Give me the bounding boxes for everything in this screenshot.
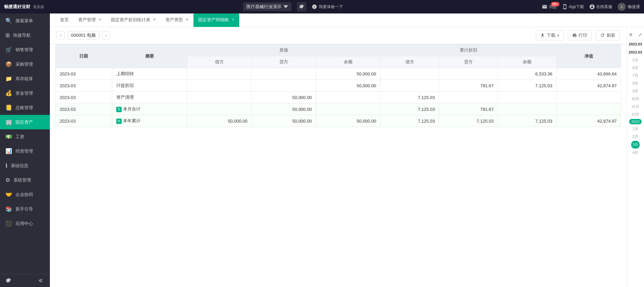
sidebar-item-system[interactable]: ⚙系统管理 bbox=[0, 173, 50, 187]
timeline-month-7月[interactable]: 7月 bbox=[630, 72, 641, 79]
cell-dep-balance-4: 7,125.03 bbox=[498, 115, 556, 127]
settings-icon[interactable] bbox=[5, 278, 11, 284]
online-service-action[interactable]: 在线客服 bbox=[589, 4, 612, 10]
cell-dep-credit-2 bbox=[439, 92, 498, 103]
tab-label-assettype: 资产类型 bbox=[165, 17, 183, 23]
tab-home[interactable]: 首页 bbox=[55, 13, 73, 27]
cell-dep-balance-3 bbox=[498, 103, 556, 115]
tab-close-detail[interactable]: ✕ bbox=[232, 18, 235, 22]
panel-expand-btn[interactable]: ⤢ bbox=[637, 31, 644, 38]
header-settings-btn[interactable] bbox=[297, 2, 306, 11]
cell-orig-debit-3 bbox=[187, 103, 252, 115]
tab-close-depreciation[interactable]: ✕ bbox=[153, 18, 156, 22]
collapse-icon[interactable] bbox=[38, 278, 44, 284]
refresh-btn[interactable]: 刷新 bbox=[596, 30, 620, 40]
experience-btn[interactable]: 我要体验一下 bbox=[312, 4, 343, 10]
tab-close-assets[interactable]: ✕ bbox=[98, 18, 101, 22]
print-btn[interactable]: 打印 bbox=[568, 30, 592, 40]
sidebar-item-operations[interactable]: 📊经营管理 bbox=[0, 144, 50, 158]
username: 畅捷通 bbox=[628, 4, 640, 10]
cell-net-value-3 bbox=[556, 103, 621, 115]
inventory-icon: 📁 bbox=[5, 75, 12, 82]
tab-depreciation[interactable]: 固定资产折旧统计表✕ bbox=[106, 13, 161, 27]
sidebar-item-salary[interactable]: 💵工资 bbox=[0, 129, 50, 144]
col-dep-balance: 余额 bbox=[498, 56, 556, 68]
finance-icon: 💰 bbox=[5, 90, 12, 96]
sidebar-item-ledger[interactable]: 📒总账管理 bbox=[0, 100, 50, 115]
purchase-icon: 📦 bbox=[5, 61, 12, 67]
cell-orig-credit-4: 50,000.00 bbox=[252, 115, 316, 127]
sidebar-item-fixedassets[interactable]: 🏢固定资产 bbox=[0, 115, 50, 129]
sales-icon: 🛒 bbox=[5, 46, 12, 53]
panel-top-ctrl: ✕ ⤢ bbox=[626, 30, 644, 40]
next-asset-btn[interactable]: › bbox=[102, 31, 110, 39]
asset-code: 000001 电脑 bbox=[67, 31, 99, 40]
table-row-4: 2023-03 年本年累计 50,000.00 50,000.00 50,000… bbox=[56, 115, 621, 127]
col-orig-credit: 贷方 bbox=[252, 56, 316, 68]
header-right: 消息 99+ App下载 在线客服 人 畅捷通 bbox=[542, 3, 640, 11]
cell-orig-debit-0 bbox=[187, 68, 252, 80]
collab-icon: 🤝 bbox=[5, 191, 12, 198]
sidebar-label-system: 系统管理 bbox=[13, 177, 31, 183]
col-dep-credit: 贷方 bbox=[439, 56, 498, 68]
cell-date-3: 2023-03 bbox=[56, 103, 112, 115]
timeline-month-3月[interactable]: 3月 bbox=[631, 141, 640, 149]
ledger-icon: 📒 bbox=[5, 104, 12, 111]
sidebar-item-search[interactable]: 🔍搜索菜单 bbox=[0, 13, 50, 28]
sidebar-item-basicinfo[interactable]: ℹ基础信息 bbox=[0, 158, 50, 173]
logo-text: 畅捷通好业财 bbox=[4, 4, 30, 10]
message-action[interactable]: 消息 99+ bbox=[542, 4, 557, 10]
cell-orig-balance-3 bbox=[316, 103, 380, 115]
tab-assets[interactable]: 资产管理✕ bbox=[73, 13, 106, 27]
sidebar-item-finance[interactable]: 💰资金管理 bbox=[0, 86, 50, 100]
timeline-month-6月[interactable]: 6月 bbox=[630, 64, 641, 72]
cell-dep-debit-2: 7,125.03 bbox=[380, 92, 439, 103]
download-btn[interactable]: 下载 ▾ bbox=[536, 30, 564, 40]
timeline-month-8月[interactable]: 8月 bbox=[630, 79, 641, 87]
cell-summary-1: 计提折旧 bbox=[112, 80, 187, 92]
company-selector[interactable]: 医疗器械行业演示 bbox=[243, 2, 292, 11]
toolbar-left: ‹ 000001 电脑 › bbox=[57, 31, 110, 40]
sidebar-item-quicknav[interactable]: ⊞快捷导航 bbox=[0, 28, 50, 42]
sidebar-item-appcenter[interactable]: ⬛应用中心 bbox=[0, 216, 50, 231]
col-date-header: 日期 bbox=[56, 44, 112, 68]
tab-close-assettype[interactable]: ✕ bbox=[186, 18, 189, 22]
col-orig-debit: 借方 bbox=[187, 56, 252, 68]
app-download-action[interactable]: App下载 bbox=[562, 4, 584, 10]
panel-close-btn[interactable]: ✕ bbox=[627, 31, 635, 38]
timeline-month-4月[interactable]: 4月 bbox=[630, 149, 641, 157]
user-info[interactable]: 人 畅捷通 bbox=[618, 3, 640, 11]
cell-orig-debit-1 bbox=[187, 80, 252, 92]
cell-orig-credit-1 bbox=[252, 80, 316, 92]
header-center: 医疗器械行业演示 我要体验一下 bbox=[243, 2, 343, 11]
cell-summary-3: 月本月合计 bbox=[112, 103, 187, 115]
tab-assettype[interactable]: 资产类型✕ bbox=[161, 13, 193, 27]
timeline-month-9月[interactable]: 9月 bbox=[630, 87, 641, 95]
sidebar-item-collab[interactable]: 🤝企业协同 bbox=[0, 187, 50, 202]
cell-dep-debit-1 bbox=[380, 80, 439, 92]
timeline-month-11月[interactable]: 11月 bbox=[630, 103, 641, 110]
cell-dep-balance-1: 7,125.03 bbox=[498, 80, 556, 92]
message-badge: 99+ bbox=[551, 2, 559, 6]
sidebar-item-inventory[interactable]: 📁库存核算 bbox=[0, 71, 50, 86]
timeline-month-12月[interactable]: 12月 bbox=[630, 110, 641, 118]
sidebar-item-purchase[interactable]: 📦采购管理 bbox=[0, 57, 50, 71]
sidebar-label-basicinfo: 基础信息 bbox=[11, 163, 28, 169]
sidebar-label-salary: 工资 bbox=[16, 134, 24, 140]
timeline-month-1月[interactable]: 1月 bbox=[630, 125, 641, 133]
timeline-month-2月[interactable]: 2月 bbox=[630, 133, 641, 140]
logo-area: 畅捷通好业财 普及版 bbox=[4, 4, 44, 10]
company-name: 医疗器械行业演示 bbox=[246, 4, 281, 10]
sidebar-item-newbie[interactable]: 📚新手引导 bbox=[0, 202, 50, 216]
sidebar-item-sales[interactable]: 🛒销售管理 bbox=[0, 42, 50, 57]
quicknav-icon: ⊞ bbox=[5, 32, 10, 38]
tab-detail[interactable]: 固定资产明细账✕ bbox=[193, 13, 239, 27]
experience-text: 我要体验一下 bbox=[319, 4, 343, 10]
cell-orig-debit-4: 50,000.00 bbox=[187, 115, 252, 127]
cell-dep-balance-2 bbox=[498, 92, 556, 103]
timeline-month-5月[interactable]: 5月 bbox=[630, 56, 641, 64]
prev-asset-btn[interactable]: ‹ bbox=[57, 31, 65, 39]
timeline-month-10月[interactable]: 10月 bbox=[630, 95, 641, 103]
cell-orig-balance-4: 50,000.00 bbox=[316, 115, 380, 127]
cell-orig-balance-0: 50,000.00 bbox=[316, 68, 380, 80]
